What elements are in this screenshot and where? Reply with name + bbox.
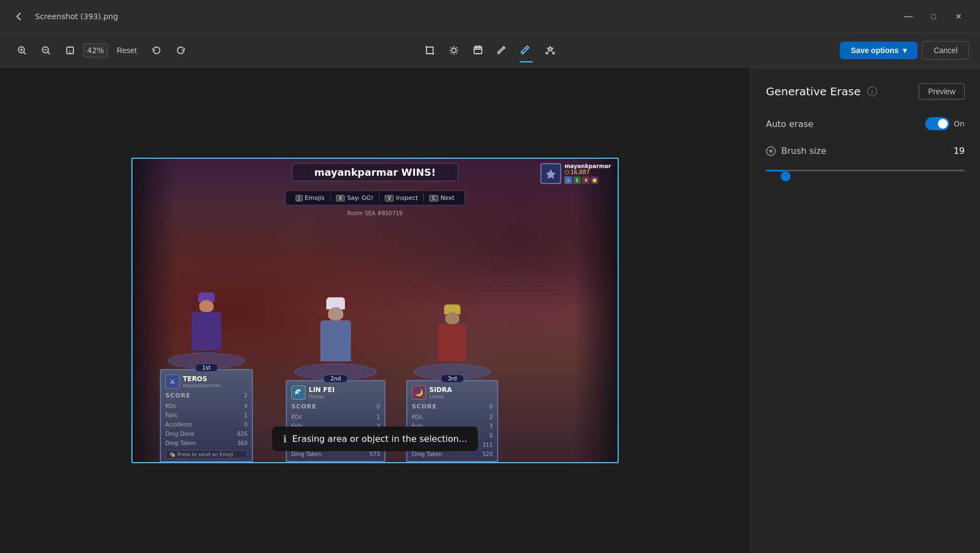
svg-point-21 <box>546 52 548 54</box>
zoom-level: 42% <box>83 43 108 57</box>
brush-size-label: Brush size <box>781 146 826 156</box>
svg-line-15 <box>456 53 457 54</box>
inspect-button: V Inspect <box>379 193 424 203</box>
player-1-stats: SCORE2 KOs4 Falls1 Accidents0 Dmg Done82… <box>165 391 247 448</box>
svg-line-14 <box>451 47 452 48</box>
game-header: mayankparmar WINS! mayankparmar ⬡ 16,887 <box>132 159 618 186</box>
brush-size-slider[interactable] <box>766 165 965 176</box>
zoom-out-button[interactable] <box>35 39 57 61</box>
rank-1-badge: 1st <box>195 364 218 372</box>
window-title: Screenshot (393).png <box>35 12 118 21</box>
svg-line-5 <box>48 52 50 54</box>
player-3-name: SIDRA <box>429 386 452 394</box>
player-name-header: mayankparmar <box>564 163 611 169</box>
minimize-button[interactable]: — <box>896 8 921 25</box>
crop-tool-button[interactable] <box>419 39 441 61</box>
maximize-button[interactable]: □ <box>921 8 946 25</box>
title-bar: Screenshot (393).png — □ ✕ <box>0 0 980 33</box>
close-button[interactable]: ✕ <box>946 8 971 25</box>
player-3-username: Lavop <box>429 394 452 399</box>
save-options-label: Save options <box>851 46 898 55</box>
brush-size-section: Brush size 19 <box>766 146 965 176</box>
brush-icon <box>766 146 776 156</box>
player-1-name: TEROS <box>183 375 221 383</box>
image-container: mayankparmar WINS! mayankparmar ⬡ 16,887 <box>131 158 619 463</box>
zoom-fit-button[interactable]: 1:1 <box>59 39 81 61</box>
toolbar: 1:1 42% Reset <box>0 33 980 68</box>
main-area: mayankparmar WINS! mayankparmar ⬡ 16,887 <box>0 68 980 553</box>
svg-line-1 <box>24 52 26 54</box>
game-screenshot: mayankparmar WINS! mayankparmar ⬡ 16,887 <box>132 159 618 462</box>
reset-button[interactable]: Reset <box>110 43 143 58</box>
save-options-chevron: ▾ <box>903 46 907 55</box>
filters-tool-button[interactable] <box>467 39 489 61</box>
info-icon[interactable]: i <box>867 87 877 96</box>
draw-tool-button[interactable] <box>491 39 513 61</box>
tooltip-text: Erasing area or object in the selection.… <box>292 434 467 444</box>
auto-erase-row: Auto erase On <box>766 117 965 130</box>
say-gg-button: X Say: GG! <box>331 193 379 203</box>
erase-tool-button[interactable] <box>515 39 537 61</box>
tooltip-icon: ℹ <box>283 433 287 445</box>
panel-title: Generative Erase <box>766 85 861 98</box>
slider-track <box>766 170 965 171</box>
tower-right-decor <box>574 159 618 462</box>
rank-3-badge: 3rd <box>441 375 464 383</box>
rank-2-badge: 2nd <box>323 375 348 383</box>
player-icons: ⚔ $ 🗡 🌟 <box>564 176 611 184</box>
svg-text:1:1: 1:1 <box>68 49 75 54</box>
brush-size-value: 19 <box>954 146 965 156</box>
auto-erase-toggle[interactable] <box>925 117 949 130</box>
auto-erase-toggle-container: On <box>925 117 965 130</box>
undo-button[interactable] <box>146 39 168 61</box>
svg-line-16 <box>456 47 457 48</box>
player-info-box: mayankparmar ⬡ 16,887 ⚔ $ 🗡 🌟 <box>540 163 611 184</box>
toggle-thumb <box>938 119 948 129</box>
preview-button[interactable]: Preview <box>919 83 965 100</box>
player-stats: mayankparmar ⬡ 16,887 ⚔ $ 🗡 🌟 <box>564 163 611 184</box>
panel-header: Generative Erase i Preview <box>766 83 965 100</box>
save-options-button[interactable]: Save options ▾ <box>840 42 918 59</box>
char-2 <box>320 297 351 361</box>
first-place-podium: 1st ⚔ TEROS mayankparmar SCORE2 KOs4 Fal… <box>160 292 253 462</box>
erasing-tooltip: ℹ Erasing area or object in the selectio… <box>272 427 478 451</box>
auto-erase-state: On <box>954 119 965 128</box>
player-2-info: 🌊 LIN FEI Hyalja <box>291 385 380 400</box>
char-3 <box>438 304 466 361</box>
emojis-button: J Emojis <box>290 193 331 203</box>
canvas-area: mayankparmar WINS! mayankparmar ⬡ 16,887 <box>0 68 750 553</box>
svg-marker-23 <box>546 169 556 179</box>
player-3-info: 🌙 SIDRA Lavop <box>412 385 493 400</box>
zoom-in-button[interactable] <box>11 39 33 61</box>
emoji-send-btn: 🎭 Press to send an Emoji <box>165 450 247 459</box>
player-1-username: mayankparmar <box>183 383 221 388</box>
player-avatar <box>540 163 561 184</box>
slider-fill <box>766 170 786 171</box>
svg-point-9 <box>452 48 456 53</box>
player-credits: ⬡ 16,887 <box>564 169 611 175</box>
room-text: Room SEA #850719 <box>348 210 403 216</box>
brightness-tool-button[interactable] <box>443 39 465 61</box>
svg-line-17 <box>451 53 452 54</box>
player-2-name: LIN FEI <box>309 386 335 394</box>
right-panel: Generative Erase i Preview Auto erase On… <box>750 68 980 553</box>
next-button: C Next <box>424 193 460 203</box>
redo-button[interactable] <box>170 39 192 61</box>
svg-point-19 <box>475 46 477 48</box>
svg-point-22 <box>553 52 555 54</box>
cancel-button[interactable]: Cancel <box>922 41 969 60</box>
back-button[interactable] <box>9 7 28 26</box>
winner-text: mayankparmar WINS! <box>314 166 436 178</box>
auto-erase-label: Auto erase <box>766 119 814 129</box>
brush-size-row: Brush size 19 <box>766 146 965 156</box>
effects-tool-button[interactable] <box>539 39 561 61</box>
svg-point-20 <box>479 46 481 48</box>
player-1-info: ⚔ TEROS mayankparmar <box>165 375 247 389</box>
toolbar-right: Save options ▾ Cancel <box>840 41 969 60</box>
player-2-username: Hyalja <box>309 394 335 399</box>
toolbar-center-tools <box>419 39 561 61</box>
char-1 <box>192 292 221 350</box>
slider-thumb[interactable] <box>781 171 791 181</box>
game-action-buttons: J Emojis X Say: GG! V Inspect C Next <box>285 191 465 205</box>
first-place-card: 1st ⚔ TEROS mayankparmar SCORE2 KOs4 Fal… <box>160 369 253 462</box>
